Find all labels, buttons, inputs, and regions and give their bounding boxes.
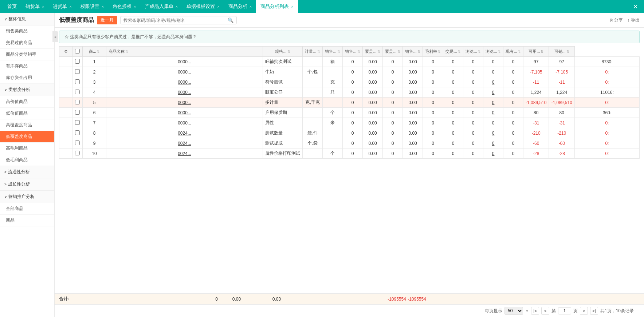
- nav-finished-goods[interactable]: 产成品入库单 ×: [141, 0, 182, 13]
- row-checkbox[interactable]: [75, 151, 80, 155]
- sidebar-section-marketing[interactable]: ∨ 营销推广分析: [0, 191, 54, 203]
- th-current[interactable]: 现有...⇅: [503, 47, 523, 57]
- nav-permission-settings[interactable]: 权限设置 ×: [76, 0, 108, 13]
- th-checkbox[interactable]: [72, 47, 83, 57]
- page-number-input[interactable]: [558, 307, 571, 314]
- last-page-button[interactable]: >|: [590, 307, 598, 315]
- sidebar-item-low-coverage[interactable]: 低覆盖度商品: [0, 131, 54, 143]
- sidebar-item-category-rate[interactable]: 商品分类动销率: [0, 49, 54, 60]
- th-view2[interactable]: 浏览...⇅: [483, 47, 503, 57]
- td-code[interactable]: 0000...: [106, 87, 263, 98]
- sidebar-item-high-coverage[interactable]: 高覆盖度商品: [0, 119, 54, 131]
- settings-icon[interactable]: ⚙: [64, 49, 68, 54]
- search-input[interactable]: [123, 18, 228, 23]
- close-icon[interactable]: ×: [176, 4, 178, 9]
- td-view1[interactable]: 0: [483, 77, 503, 87]
- td-checkbox[interactable]: [72, 108, 83, 118]
- close-icon[interactable]: ×: [69, 4, 71, 9]
- td-code[interactable]: 0024...: [106, 138, 263, 148]
- th-cover2[interactable]: 覆盖...⇅: [383, 47, 403, 57]
- row-checkbox[interactable]: [75, 79, 80, 84]
- sidebar-item-all-goods[interactable]: 全部商品: [0, 203, 54, 215]
- th-cover1[interactable]: 覆盖...⇅: [363, 47, 383, 57]
- nav-purchase-order[interactable]: 进货单 ×: [48, 0, 76, 13]
- sidebar-item-new-goods[interactable]: 新品: [0, 215, 54, 226]
- sidebar-item-low-value[interactable]: 低价值商品: [0, 108, 54, 119]
- close-icon[interactable]: ×: [42, 4, 44, 9]
- nav-role-auth[interactable]: 角色授权 ×: [108, 0, 140, 13]
- td-code[interactable]: 0000...: [106, 57, 263, 67]
- close-icon[interactable]: ×: [134, 4, 136, 9]
- sidebar-item-sales-goods[interactable]: 销售类商品: [0, 25, 54, 37]
- td-checkbox[interactable]: [72, 87, 83, 98]
- th-margin[interactable]: 毛利率⇅: [423, 47, 443, 57]
- close-icon[interactable]: ×: [102, 4, 104, 9]
- row-checkbox[interactable]: [75, 130, 80, 135]
- nav-sales-order[interactable]: 销货单 ×: [21, 0, 48, 13]
- td-checkbox[interactable]: [72, 138, 83, 148]
- row-checkbox[interactable]: [75, 59, 80, 64]
- sidebar-item-traded-goods[interactable]: 交易过的商品: [0, 37, 54, 49]
- td-checkbox[interactable]: [72, 128, 83, 138]
- sidebar-item-high-value[interactable]: 高价值商品: [0, 96, 54, 108]
- td-checkbox[interactable]: [72, 77, 83, 87]
- filter-recent-month-button[interactable]: 近一月: [97, 16, 117, 24]
- export-button[interactable]: ↑ 导出: [627, 17, 640, 23]
- th-code[interactable]: 商...⇅: [83, 47, 106, 57]
- th-available[interactable]: 可用...⇅: [523, 47, 549, 57]
- td-code[interactable]: 0000...: [106, 118, 263, 128]
- nav-template-settings[interactable]: 单据模板设置 ×: [182, 0, 224, 13]
- nav-product-analysis-list[interactable]: 商品分析列表 ×: [256, 0, 298, 13]
- sidebar-item-high-margin[interactable]: 高毛利商品: [0, 143, 54, 154]
- close-icon[interactable]: ×: [291, 4, 293, 9]
- td-view1[interactable]: 0: [483, 148, 503, 159]
- td-view1[interactable]: 0: [483, 118, 503, 128]
- th-sales-amt[interactable]: 销售...⇅: [343, 47, 363, 57]
- td-checkbox[interactable]: [72, 67, 83, 77]
- sidebar-section-growth[interactable]: > 成长性分析: [0, 178, 54, 191]
- sidebar-section-overall[interactable]: ∨ 整体信息: [0, 13, 54, 25]
- next-page-button[interactable]: >: [580, 307, 588, 315]
- td-code[interactable]: 0024...: [106, 128, 263, 138]
- td-view1[interactable]: 0: [483, 87, 503, 98]
- td-view1[interactable]: 0: [483, 98, 503, 108]
- th-trade[interactable]: 交易...⇅: [443, 47, 463, 57]
- td-checkbox[interactable]: [72, 118, 83, 128]
- first-page-button[interactable]: |<: [531, 307, 539, 315]
- prev-page-button[interactable]: <: [541, 307, 549, 315]
- window-close-button[interactable]: ✕: [629, 1, 641, 12]
- row-checkbox[interactable]: [75, 69, 80, 74]
- th-name[interactable]: 商品名称⇅: [106, 47, 263, 57]
- row-checkbox[interactable]: [75, 90, 80, 94]
- row-checkbox[interactable]: [75, 100, 80, 104]
- close-icon[interactable]: ×: [250, 4, 252, 9]
- td-checkbox[interactable]: [72, 98, 83, 108]
- th-settings[interactable]: ⚙: [59, 47, 72, 57]
- td-view1[interactable]: 0: [483, 108, 503, 118]
- th-sellable[interactable]: 可销...⇅: [549, 47, 574, 57]
- close-icon[interactable]: ×: [217, 4, 219, 9]
- td-checkbox[interactable]: [72, 148, 83, 159]
- th-spec[interactable]: 规格...⇅: [263, 47, 303, 57]
- td-view1[interactable]: 0: [483, 57, 503, 67]
- sidebar-item-in-stock[interactable]: 有库存商品: [0, 60, 54, 72]
- row-checkbox[interactable]: [75, 140, 80, 145]
- page-size-select[interactable]: 50 10 20 100: [504, 307, 523, 315]
- nav-home[interactable]: 首页: [3, 0, 21, 13]
- sidebar-section-coverage[interactable]: ∨ 类射度分析: [0, 84, 54, 96]
- td-code[interactable]: 0000...: [106, 108, 263, 118]
- sidebar-section-liquidity[interactable]: > 流通性分析: [0, 166, 54, 178]
- nav-product-analysis[interactable]: 商品分析 ×: [224, 0, 256, 13]
- td-view1[interactable]: 0: [483, 128, 503, 138]
- sidebar-item-inventory-capital[interactable]: 库存资金占用: [0, 72, 54, 84]
- row-checkbox[interactable]: [75, 110, 80, 115]
- td-code[interactable]: 0000...: [106, 67, 263, 77]
- sidebar-item-low-margin[interactable]: 低毛利商品: [0, 154, 54, 166]
- sidebar-collapse-button[interactable]: «: [52, 31, 58, 42]
- th-sales-qty[interactable]: 销售...⇅: [323, 47, 343, 57]
- td-code[interactable]: 0000...: [106, 77, 263, 87]
- td-code[interactable]: 0024...: [106, 148, 263, 159]
- th-sales3[interactable]: 销售...⇅: [403, 47, 423, 57]
- row-checkbox[interactable]: [75, 120, 80, 125]
- select-all-checkbox[interactable]: [75, 49, 80, 54]
